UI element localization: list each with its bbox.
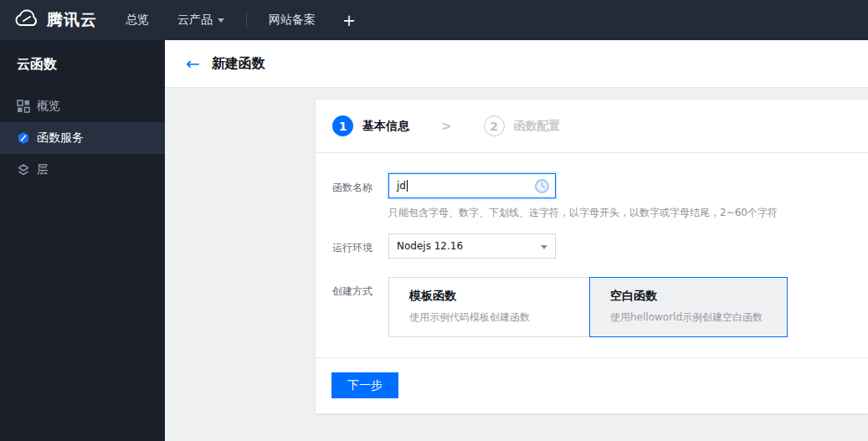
creation-method-label: 创建方式 — [332, 277, 388, 337]
nav-item-icp-filing[interactable]: 网站备案 — [269, 13, 316, 28]
function-name-hint: 只能包含字母、数字、下划线、连字符，以字母开头，以数字或字母结尾，2~60个字符 — [388, 206, 778, 220]
select-caret-icon — [541, 245, 547, 249]
sidebar-item-label: 层 — [37, 162, 49, 177]
step-1-label: 基本信息 — [362, 119, 409, 134]
step-2-circle: 2 — [484, 115, 505, 136]
function-name-row: 函数名称 jd 只能包含字母、数字、下划线、连字符，以字母开头，以数字或字母结尾… — [332, 173, 851, 220]
wizard-steps: 1 基本信息 > 2 函数配置 — [316, 100, 868, 153]
runtime-select[interactable]: Nodejs 12.16 — [388, 233, 556, 259]
runtime-label: 运行环境 — [332, 233, 388, 259]
sidebar-item-label: 函数服务 — [37, 131, 84, 146]
function-name-label: 函数名称 — [332, 173, 388, 220]
page-title: 新建函数 — [212, 55, 265, 73]
sidebar-title: 云函数 — [0, 40, 165, 74]
nav-divider — [246, 13, 247, 28]
method-card-template-function[interactable]: 模板函数 使用示例代码模板创建函数 — [388, 277, 590, 337]
sidebar: 云函数 概览 函数服务 — [0, 40, 165, 441]
card-footer: 下一步 — [316, 358, 868, 413]
method-card-blank-function[interactable]: 空白函数 使用helloworld示例创建空白函数 — [589, 277, 788, 337]
validating-clock-icon — [534, 178, 550, 197]
add-tab-button[interactable]: + — [342, 11, 356, 29]
step-1-circle: 1 — [332, 115, 353, 136]
layers-icon — [17, 163, 30, 177]
cloud-logo-icon — [14, 9, 39, 31]
main-area: ← 新建函数 1 基本信息 > 2 函数配置 函数名称 jd — [165, 40, 868, 441]
function-name-value: jd — [397, 180, 406, 192]
runtime-row: 运行环境 Nodejs 12.16 — [332, 233, 851, 259]
sidebar-item-label: 概览 — [37, 99, 60, 114]
basic-info-form: 函数名称 jd 只能包含字母、数字、下划线、连字符，以字母开头，以数字或字母结尾… — [316, 153, 868, 337]
brand-name: 腾讯云 — [47, 9, 97, 31]
back-arrow-icon[interactable]: ← — [186, 55, 200, 72]
scf-hexagon-icon — [17, 131, 30, 145]
text-cursor — [407, 180, 408, 192]
step-separator-icon: > — [441, 119, 452, 134]
create-function-card: 1 基本信息 > 2 函数配置 函数名称 jd — [316, 100, 868, 413]
next-step-button[interactable]: 下一步 — [331, 372, 398, 398]
nav-item-overview[interactable]: 总览 — [126, 13, 149, 28]
top-navbar: 腾讯云 总览 云产品 网站备案 + — [0, 0, 868, 40]
tencent-cloud-logo[interactable]: 腾讯云 — [14, 9, 97, 31]
method-cards: 模板函数 使用示例代码模板创建函数 空白函数 使用helloworld示例创建空… — [388, 277, 788, 337]
sidebar-item-layers[interactable]: 层 — [0, 154, 165, 186]
function-name-input[interactable]: jd — [388, 173, 556, 198]
page-header: ← 新建函数 — [165, 40, 868, 88]
creation-method-row: 创建方式 模板函数 使用示例代码模板创建函数 空白函数 使用helloworld… — [332, 277, 851, 337]
sidebar-menu: 概览 函数服务 层 — [0, 90, 165, 186]
sidebar-item-function-service[interactable]: 函数服务 — [0, 122, 165, 154]
sidebar-item-overview[interactable]: 概览 — [0, 90, 165, 122]
step-2-label: 函数配置 — [514, 119, 561, 134]
nav-item-cloud-products[interactable]: 云产品 — [177, 13, 224, 28]
grid-icon — [17, 100, 30, 113]
runtime-value: Nodejs 12.16 — [397, 240, 463, 252]
chevron-down-icon — [218, 18, 224, 23]
